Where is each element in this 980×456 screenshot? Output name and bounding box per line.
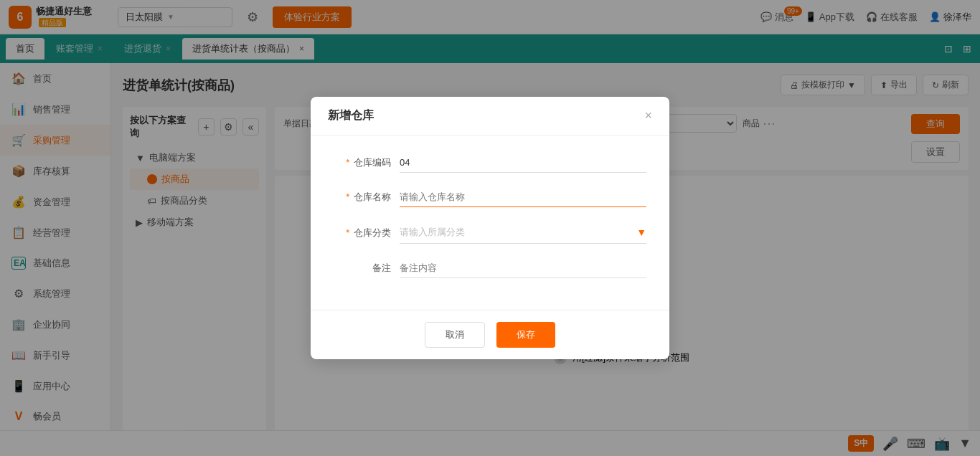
note-label: 备注 (334, 262, 391, 275)
required-star-code: * (346, 157, 349, 168)
save-button[interactable]: 保存 (496, 322, 555, 348)
form-row-name: * 仓库名称 (334, 187, 646, 207)
warehouse-code-input[interactable] (400, 153, 646, 173)
required-star-name: * (346, 191, 349, 202)
modal-header: 新增仓库 × (311, 97, 669, 136)
category-dropdown-icon: ▼ (636, 227, 646, 238)
cancel-button[interactable]: 取消 (425, 322, 485, 348)
modal-body: * 仓库编码 * 仓库名称 * 仓库分类 请输入所属 (311, 136, 669, 310)
required-star-category: * (346, 227, 349, 238)
modal-close-button[interactable]: × (644, 108, 652, 123)
warehouse-name-input[interactable] (400, 187, 646, 207)
note-input[interactable] (400, 258, 646, 278)
form-row-note: 备注 (334, 258, 646, 278)
code-label: * 仓库编码 (334, 156, 391, 169)
modal-overlay[interactable]: 新增仓库 × * 仓库编码 * 仓库名称 (0, 0, 980, 456)
form-row-code: * 仓库编码 (334, 153, 646, 173)
modal-title: 新增仓库 (328, 108, 374, 123)
modal-footer: 取消 保存 (311, 310, 669, 359)
warehouse-category-select[interactable]: 请输入所属分类 ▼ (400, 222, 646, 244)
name-label: * 仓库名称 (334, 191, 391, 204)
add-warehouse-modal: 新增仓库 × * 仓库编码 * 仓库名称 (311, 97, 669, 359)
category-label: * 仓库分类 (334, 227, 391, 239)
category-placeholder: 请输入所属分类 (400, 226, 465, 239)
form-row-category: * 仓库分类 请输入所属分类 ▼ (334, 222, 646, 244)
